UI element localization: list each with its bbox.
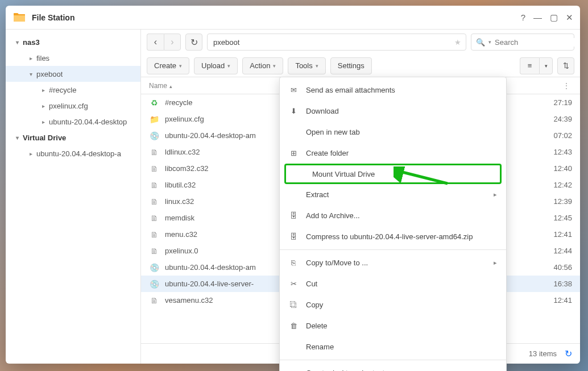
file-time: 12:41	[538, 296, 572, 305]
submenu-arrow-icon: ▸	[494, 259, 497, 266]
ctx-send-email[interactable]: ✉Send as email attachments	[280, 80, 506, 101]
archive-icon: 🗄	[289, 211, 298, 220]
ctx-create-folder[interactable]: ⊞Create folder	[280, 143, 506, 164]
toolbar: Create▾ Upload▾ Action▾ Tools▾ Settings …	[141, 55, 580, 77]
tools-button[interactable]: Tools▾	[288, 57, 325, 74]
copy-move-icon: ⎘	[289, 259, 298, 267]
help-icon[interactable]: ?	[521, 12, 525, 22]
upload-button[interactable]: Upload▾	[194, 57, 238, 74]
ctx-cut[interactable]: ✂Cut	[280, 273, 506, 294]
file-time: 12:42	[538, 181, 572, 189]
minimize-icon[interactable]: —	[533, 12, 542, 22]
ctx-mount-virtual-drive[interactable]: Mount Virtual Drive	[284, 164, 502, 184]
ctx-download[interactable]: ⬇Download	[280, 101, 506, 122]
file-time: 12:40	[538, 164, 572, 173]
file-time: 07:02	[538, 131, 572, 140]
search-box[interactable]: 🔍 ▾	[471, 34, 574, 51]
new-folder-icon: ⊞	[289, 149, 298, 157]
action-button[interactable]: Action▾	[242, 57, 283, 74]
file-time: 27:19	[538, 98, 572, 107]
copy-icon: ⿻	[289, 301, 298, 309]
app-title: File Station	[32, 13, 521, 22]
file-time: 12:43	[538, 148, 572, 156]
ctx-rename[interactable]: Rename	[280, 336, 506, 357]
search-icon: 🔍	[476, 38, 485, 47]
file-time: 12:44	[538, 247, 572, 255]
maximize-icon[interactable]: ▢	[550, 12, 558, 23]
ctx-copy-move[interactable]: ⎘Copy to/Move to ...▸	[280, 252, 506, 273]
create-button[interactable]: Create▾	[147, 57, 189, 74]
svg-line-0	[398, 171, 448, 184]
cut-icon: ✂	[289, 280, 298, 288]
search-input[interactable]	[495, 38, 580, 47]
download-icon: ⬇	[289, 107, 298, 115]
annotation-arrow	[394, 166, 450, 191]
status-count: 13 items	[529, 349, 557, 358]
file-time: 24:39	[538, 115, 572, 123]
submenu-arrow-icon: ▸	[494, 191, 497, 198]
titlebar: File Station ? — ▢ ✕	[6, 6, 580, 30]
tree-item-pxeboot[interactable]: ▾pxeboot	[6, 66, 140, 82]
nav-forward-button[interactable]: ›	[164, 34, 181, 51]
nav-back-button[interactable]: ‹	[147, 34, 164, 51]
file-time: 12:41	[538, 230, 572, 239]
ctx-delete[interactable]: 🗑Delete	[280, 315, 506, 336]
close-icon[interactable]: ✕	[566, 12, 573, 23]
sort-button[interactable]: ⇅	[557, 57, 574, 74]
ctx-open-new-tab[interactable]: Open in new tab	[280, 122, 506, 143]
context-menu: ✉Send as email attachments ⬇Download Ope…	[279, 77, 507, 371]
tree-item-ubuntu-desktop[interactable]: ▸ubuntu-20.04.4-desktop	[6, 114, 140, 130]
zip-icon: 🗄	[289, 232, 298, 241]
file-time: 16:38	[538, 280, 572, 288]
ctx-compress[interactable]: 🗄Compress to ubuntu-20.04.4-live-server-…	[280, 226, 506, 247]
nav-refresh-button[interactable]: ↻	[185, 34, 202, 51]
file-time: 12:45	[538, 214, 572, 222]
tree-item-files[interactable]: ▸files	[6, 50, 140, 66]
file-time: 40:56	[538, 263, 572, 272]
settings-button[interactable]: Settings	[330, 57, 372, 74]
tree-root-nas3[interactable]: ▾nas3	[6, 34, 140, 50]
mail-icon: ✉	[289, 86, 298, 94]
sidebar: ▾nas3 ▸files ▾pxeboot ▸#recycle ▸pxelinu…	[6, 30, 141, 364]
tree-item-pxelinux-cfg[interactable]: ▸pxelinux.cfg	[6, 98, 140, 114]
path-input[interactable]: pxeboot ★	[207, 34, 466, 51]
ctx-copy[interactable]: ⿻Copy	[280, 294, 506, 315]
favorite-icon[interactable]: ★	[454, 38, 461, 47]
search-caret-icon[interactable]: ▾	[488, 39, 491, 45]
view-dropdown-button[interactable]: ▾	[539, 57, 553, 74]
pathbar: ‹ › ↻ pxeboot ★ 🔍 ▾	[141, 30, 580, 55]
column-menu-icon[interactable]: ⋮	[561, 82, 572, 90]
tree-item-recycle[interactable]: ▸#recycle	[6, 82, 140, 98]
ctx-add-archive[interactable]: 🗄Add to Archive...	[280, 205, 506, 226]
app-icon	[13, 11, 26, 24]
tree-item-virtual-ubuntu[interactable]: ▸ubuntu-20.04.4-desktop-a	[6, 145, 140, 161]
view-list-button[interactable]: ≡	[520, 57, 539, 74]
status-refresh-icon[interactable]: ↻	[565, 348, 572, 359]
file-time: 12:39	[538, 197, 572, 206]
ctx-extract[interactable]: Extract▸	[280, 184, 506, 205]
ctx-desktop-shortcut[interactable]: Create desktop shortcut	[280, 362, 506, 371]
trash-icon: 🗑	[289, 322, 298, 330]
tree-root-virtual-drive[interactable]: ▾Virtual Drive	[6, 130, 140, 145]
